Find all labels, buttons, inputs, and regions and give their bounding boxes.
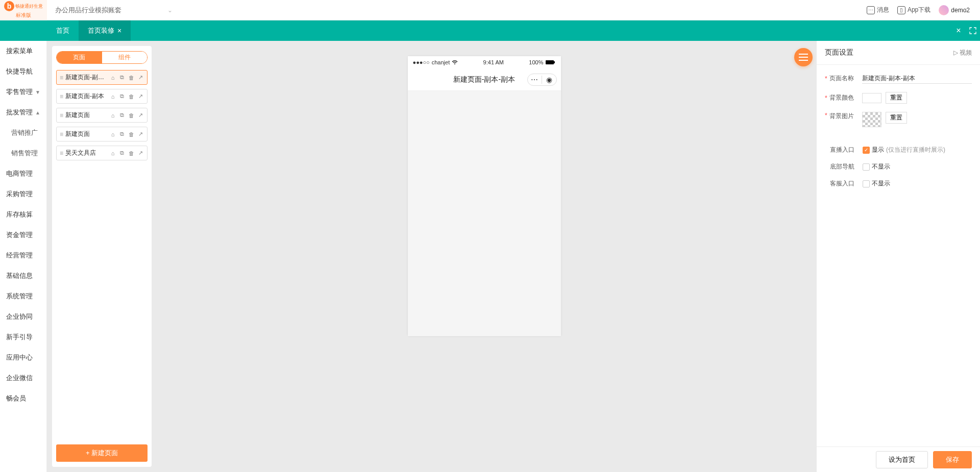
target-icon[interactable]: ◉ [542,76,556,84]
page-item[interactable]: ≡ 新建页面 ⌂ ⧉ 🗑 ↗ [56,108,148,123]
share-icon[interactable]: ↗ [137,112,144,119]
form-row-bottom-nav: 底部导航 不显示 [825,162,972,171]
top-right: ⋯ 消息 ▯ App下载 demo2 [867,5,980,15]
account-selector[interactable]: 办公用品行业模拟账套 ⌄ [55,6,173,15]
sidebar-item-collab[interactable]: 企业协同 [0,306,46,327]
sidebar-item-apps[interactable]: 应用中心 [0,347,46,368]
video-link[interactable]: ▷ 视频 [953,49,972,57]
home-icon[interactable]: ⌂ [109,112,116,119]
page-list: ≡ 新建页面-副本... ⌂ ⧉ 🗑 ↗ ≡ 新建页面-副本 ⌂ ⧉ 🗑 ↗ ≡ [56,70,148,444]
user-name: demo2 [951,7,970,14]
account-name: 办公用品行业模拟账套 [55,6,121,15]
sidebar-item-funds[interactable]: 资金管理 [0,225,46,245]
label-page-name: 页面名称 [829,74,862,83]
save-button[interactable]: 保存 [933,451,972,468]
content: 页面 组件 ≡ 新建页面-副本... ⌂ ⧉ 🗑 ↗ ≡ 新建页面-副本 ⌂ ⧉ [47,41,980,472]
delete-icon[interactable]: 🗑 [128,131,135,138]
settings-title: 页面设置 [825,48,853,57]
sidebar-item-quicknav[interactable]: 快捷导航 [0,61,46,82]
required-icon: * [825,75,827,82]
sidebar-sub-marketing[interactable]: 营销推广 [0,123,46,143]
share-icon[interactable]: ↗ [137,150,144,157]
user-menu[interactable]: demo2 [939,5,970,15]
page-panel: 页面 组件 ≡ 新建页面-副本... ⌂ ⧉ 🗑 ↗ ≡ 新建页面-副本 ⌂ ⧉ [52,46,152,467]
share-icon[interactable]: ↗ [137,74,144,81]
reset-bg-color-button[interactable]: 重置 [886,92,907,104]
sidebar-item-search[interactable]: 搜索菜单 [0,41,46,61]
sidebar-item-basic[interactable]: 基础信息 [0,266,46,286]
copy-icon[interactable]: ⧉ [118,74,126,81]
bottom-nav-checkbox[interactable] [863,163,870,171]
new-page-button[interactable]: + 新建页面 [56,444,148,462]
sidebar-item-operate[interactable]: 经营管理 [0,245,46,266]
delete-icon[interactable]: 🗑 [128,74,135,81]
copy-icon[interactable]: ⧉ [118,112,126,119]
page-item[interactable]: ≡ 新建页面 ⌂ ⧉ 🗑 ↗ [56,127,148,141]
page-item[interactable]: ≡ 新建页面-副本... ⌂ ⧉ 🗑 ↗ [56,70,148,85]
sidebar-item-inventory[interactable]: 库存核算 [0,204,46,225]
bg-color-picker[interactable] [862,93,881,103]
copy-icon[interactable]: ⧉ [118,93,126,100]
home-icon[interactable]: ⌂ [109,131,116,138]
page-item[interactable]: ≡ 昊天文具店 ⌂ ⧉ 🗑 ↗ [56,146,148,160]
mini-program-capsule[interactable]: ⋯ ◉ [527,74,557,86]
sidebar-item-member[interactable]: 畅会员 [0,388,46,409]
copy-icon[interactable]: ⧉ [118,150,126,157]
page-name: 昊天文具店 [65,149,107,157]
battery-icon [546,60,556,65]
home-icon[interactable]: ⌂ [109,93,116,100]
share-icon[interactable]: ↗ [137,93,144,100]
panel-tab-component[interactable]: 组件 [102,52,148,63]
logo[interactable]: b 畅捷通好生意 标准版 [0,0,47,20]
drag-icon[interactable]: ≡ [60,74,63,81]
tab-page-design[interactable]: 首页装修 × [79,20,131,41]
settings-panel: 页面设置 ▷ 视频 * 页面名称 * 背景颜色 重置 [817,41,980,472]
sidebar-item-ecommerce[interactable]: 电商管理 [0,163,46,184]
delete-icon[interactable]: 🗑 [128,150,135,157]
delete-icon[interactable]: 🗑 [128,93,135,100]
form-row-bg-image: * 背景图片 重置 [825,112,972,127]
tab-bar: 首页 首页装修 × × [0,20,980,41]
live-entry-checkbox[interactable]: ✓ [863,147,870,154]
app-download-label: App下载 [908,6,930,14]
sidebar-item-retail[interactable]: 零售管理▼ [0,82,46,102]
more-icon[interactable]: ⋯ [528,76,542,84]
sidebar-item-purchase[interactable]: 采购管理 [0,184,46,204]
bg-image-picker[interactable] [862,112,881,127]
panel-tab-page[interactable]: 页面 [57,52,102,63]
drag-icon[interactable]: ≡ [60,93,63,100]
service-entry-checkbox[interactable] [863,180,870,187]
sidebar-item-guide[interactable]: 新手引导 [0,327,46,347]
close-icon[interactable]: × [117,27,121,35]
settings-body: * 页面名称 * 背景颜色 重置 * 背景图片 [817,65,980,446]
drag-icon[interactable]: ≡ [60,150,63,157]
carrier-label: chanjet [432,59,450,65]
app-download-link[interactable]: ▯ App下载 [897,6,930,14]
phone-status-bar: ●●●○○ chanjet 9:41 AM 100% [408,56,561,68]
page-name-input[interactable] [862,73,972,84]
messages-label: 消息 [877,6,889,14]
toggle-panel-button[interactable] [794,48,813,66]
drag-icon[interactable]: ≡ [60,131,63,138]
copy-icon[interactable]: ⧉ [118,131,126,138]
messages-link[interactable]: ⋯ 消息 [867,6,889,14]
sidebar-sub-sales[interactable]: 销售管理 [0,143,46,163]
reset-bg-image-button[interactable]: 重置 [886,112,907,124]
service-entry-display-label: 不显示 [872,179,890,188]
delete-icon[interactable]: 🗑 [128,112,135,119]
phone-body[interactable] [408,91,561,336]
home-icon[interactable]: ⌂ [109,74,116,81]
tab-home[interactable]: 首页 [47,20,79,41]
logo-icon: b [4,1,14,11]
page-item[interactable]: ≡ 新建页面-副本 ⌂ ⧉ 🗑 ↗ [56,89,148,104]
sidebar-item-wholesale[interactable]: 批发管理▲ [0,102,46,123]
tab-close-all[interactable]: × [951,23,966,38]
share-icon[interactable]: ↗ [137,131,144,138]
drag-icon[interactable]: ≡ [60,112,63,119]
sidebar-item-system[interactable]: 系统管理 [0,286,46,306]
wifi-icon [452,60,458,65]
sidebar-item-wechat[interactable]: 企业微信 [0,368,46,388]
set-home-button[interactable]: 设为首页 [876,451,928,468]
home-icon[interactable]: ⌂ [109,150,116,157]
fullscreen-icon[interactable] [966,23,980,38]
